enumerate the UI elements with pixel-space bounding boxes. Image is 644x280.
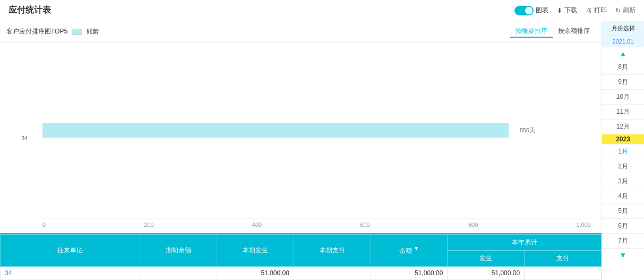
th-leiji-fasheng: 发生	[448, 251, 525, 267]
sidebar-month-item[interactable]: 5月	[602, 204, 644, 219]
sidebar-month-item[interactable]: 9月	[602, 75, 644, 90]
sidebar-down-button[interactable]: ▼	[602, 249, 644, 261]
x-axis: 0 200 400 600 800 1,000	[42, 222, 591, 228]
chart-toggle[interactable]	[514, 6, 534, 15]
x-tick-5: 1,000	[576, 222, 591, 228]
th-qichu: 期初余额	[140, 235, 217, 267]
chart-area: 客户应付排序图TOP5 账龄 按账龄排序 按余额排序 34 856天	[0, 21, 602, 280]
x-tick-1: 200	[144, 222, 153, 228]
sidebar-month-item[interactable]: 4月	[602, 189, 644, 204]
th-unit: 往来单位	[1, 235, 140, 267]
refresh-label: 刷新	[623, 6, 636, 15]
page-container: 应付统计表 图表 ⬇ 下载 🖨 打印 ↻ 刷新	[0, 0, 644, 280]
td-benqi-fasheng: 51,000.00	[217, 267, 294, 280]
th-leiji-group: 本年累计	[448, 235, 602, 251]
refresh-button[interactable]: ↻ 刷新	[615, 6, 636, 15]
sort-tab-balance[interactable]: 按余额排序	[553, 26, 595, 38]
sidebar-month-item[interactable]: 6月	[602, 219, 644, 234]
td-benqi-zhifu	[294, 267, 371, 280]
sidebar-months-list: 8月9月10月11月12月20231月2月3月4月5月6月7月	[602, 60, 644, 249]
sidebar-month-item[interactable]: 8月	[602, 60, 644, 75]
table-header-row-1: 往来单位 期初余额 本期发生 本期支付 余额 ▼ 本年累计	[1, 235, 602, 251]
sidebar-month-item[interactable]: 7月	[602, 234, 644, 249]
header: 应付统计表 图表 ⬇ 下载 🖨 打印 ↻ 刷新	[0, 0, 644, 21]
legend-text: 客户应付排序图TOP5	[6, 27, 67, 36]
th-leiji-zhifu: 支付	[525, 251, 602, 267]
toggle-label: 图表	[536, 6, 548, 15]
sidebar-month-item[interactable]: 10月	[602, 90, 644, 105]
th-benqi-fasheng: 本期发生	[217, 235, 294, 267]
sidebar-month-item[interactable]: 2月	[602, 159, 644, 174]
x-tick-3: 600	[360, 222, 370, 228]
sidebar-month-item[interactable]: 2023	[602, 134, 644, 145]
refresh-icon: ↻	[615, 7, 621, 14]
chart-header: 客户应付排序图TOP5 账龄 按账龄排序 按余额排序	[0, 21, 602, 43]
td-yue: 51,000.00	[371, 267, 448, 280]
main-content: 客户应付排序图TOP5 账龄 按账龄排序 按余额排序 34 856天	[0, 21, 644, 280]
legend-box	[72, 29, 82, 35]
sidebar-month-item[interactable]: 3月	[602, 174, 644, 189]
x-axis-line	[42, 218, 591, 218]
sort-tab-age[interactable]: 按账龄排序	[510, 26, 553, 38]
table-row: 34 51,000.00 51,000.00 51,000.00	[1, 267, 602, 280]
sidebar-header: 月份选择	[602, 21, 644, 36]
bar-value-label: 856天	[520, 126, 535, 134]
unit-link[interactable]: 34	[5, 269, 12, 277]
td-qichu	[140, 267, 217, 280]
download-icon: ⬇	[557, 7, 562, 14]
th-benqi-zhifu: 本期支付	[294, 235, 371, 267]
download-label: 下载	[564, 6, 577, 15]
sidebar-month-item[interactable]: 12月	[602, 120, 644, 134]
chart-legend: 客户应付排序图TOP5 账龄	[6, 27, 99, 36]
print-icon: 🖨	[586, 7, 592, 14]
x-tick-0: 0	[42, 222, 46, 228]
page-title: 应付统计表	[8, 5, 51, 16]
y-axis-label: 34	[21, 135, 28, 141]
td-unit: 34	[1, 267, 140, 280]
legend-item-label: 账龄	[87, 27, 99, 36]
right-sidebar: 月份选择 2021.01 ▲ 8月9月10月11月12月20231月2月3月4月…	[602, 21, 644, 280]
sort-tabs: 按账龄排序 按余额排序	[510, 26, 595, 38]
chart-canvas: 34 856天 0 200 400 600 800 1,000	[0, 43, 602, 233]
bar-wrapper: 856天	[42, 48, 591, 212]
td-leiji-fasheng: 51,000.00	[448, 267, 525, 280]
sidebar-up-button[interactable]: ▲	[602, 47, 644, 60]
print-label: 打印	[594, 6, 607, 15]
sidebar-month-item[interactable]: 1月	[602, 145, 644, 159]
sidebar-month-item[interactable]: 11月	[602, 105, 644, 120]
x-tick-4: 800	[468, 222, 478, 228]
x-tick-2: 400	[252, 222, 262, 228]
header-actions: 图表 ⬇ 下载 🖨 打印 ↻ 刷新	[514, 6, 636, 15]
bar: 856天	[42, 123, 509, 138]
sidebar-year-value[interactable]: 2021.01	[602, 36, 644, 47]
chart-toggle-wrap[interactable]: 图表	[514, 6, 548, 15]
table-area: 往来单位 期初余额 本期发生 本期支付 余额 ▼ 本年累计 发生	[0, 233, 602, 280]
td-leiji-zhifu	[525, 267, 602, 280]
th-yue: 余额 ▼	[371, 235, 448, 267]
data-table: 往来单位 期初余额 本期发生 本期支付 余额 ▼ 本年累计 发生	[0, 234, 602, 280]
download-button[interactable]: ⬇ 下载	[557, 6, 577, 15]
print-button[interactable]: 🖨 打印	[586, 6, 607, 15]
